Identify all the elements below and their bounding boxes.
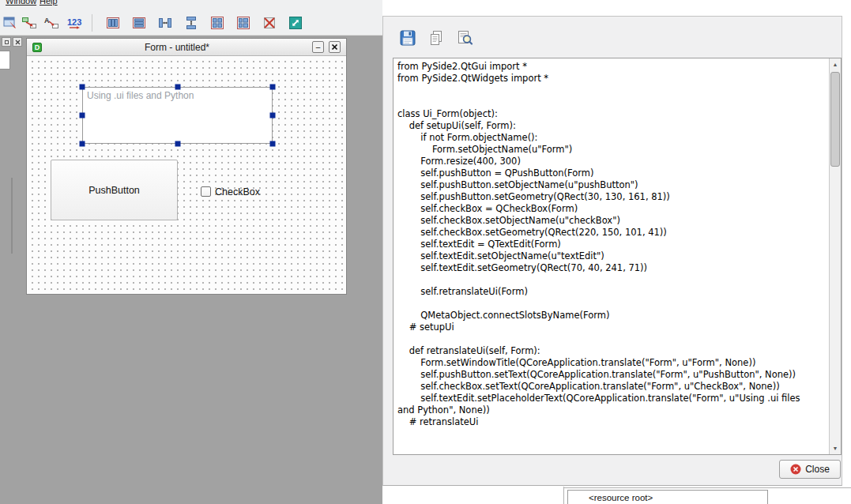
lay-out-vertically-button[interactable] — [129, 13, 149, 33]
code-preview-dialog: from PySide2.QtGui import * from PySide2… — [382, 16, 842, 486]
scrollbar-thumb[interactable] — [830, 72, 840, 167]
restore-icon — [5, 40, 9, 44]
designer-form-icon: D — [32, 43, 42, 52]
close-circle-icon — [790, 464, 801, 475]
lay-out-form-button[interactable] — [233, 13, 254, 33]
edit-signals-slots-button[interactable] — [19, 13, 40, 33]
dock-close-button[interactable] — [13, 37, 22, 47]
close-icon — [331, 43, 338, 51]
dialog-close-button[interactable]: Close — [779, 460, 841, 479]
selection-handle[interactable] — [80, 141, 85, 147]
edit-buddies-icon: A — [43, 15, 59, 31]
selection-handle[interactable] — [270, 113, 276, 118]
print-preview-button[interactable] — [454, 28, 475, 48]
textedit-widget[interactable]: Using .ui files and Python — [82, 87, 273, 144]
lay-out-splitter-horizontal-button[interactable] — [155, 13, 175, 33]
selection-handle[interactable] — [270, 141, 276, 147]
lay-out-vertically-icon — [131, 15, 147, 31]
textedit-placeholder: Using .ui files and Python — [87, 90, 194, 101]
selection-handle[interactable] — [80, 113, 85, 118]
form-window-title: Form - untitled* — [42, 42, 312, 53]
resource-browser-panel: <resource root> — [567, 490, 768, 504]
copy-icon — [427, 29, 445, 47]
form-designer-window: D Form - untitled* – Using .ui files and… — [26, 38, 347, 295]
lay-out-horizontally-button[interactable] — [103, 13, 123, 33]
form-canvas[interactable]: Using .ui files and Python PushButton Ch… — [27, 56, 346, 294]
pushbutton-widget[interactable]: PushButton — [51, 160, 178, 220]
selection-handle[interactable] — [270, 85, 276, 90]
resource-root-item[interactable]: <resource root> — [568, 491, 767, 502]
checkbox-label: CheckBox — [215, 186, 260, 197]
toolbar-separator — [92, 14, 92, 32]
dock-separator-horizontal — [563, 487, 851, 488]
lay-out-grid-icon — [209, 15, 225, 31]
save-button[interactable] — [397, 28, 418, 48]
edit-buddies-button[interactable]: A — [41, 13, 62, 33]
menu-window[interactable]: Window — [6, 0, 36, 6]
mdi-workspace: D Form - untitled* – Using .ui files and… — [0, 36, 382, 504]
checkbox-indicator[interactable] — [201, 186, 211, 197]
dock-float-button[interactable] — [2, 37, 11, 47]
break-layout-icon — [262, 15, 277, 31]
dock-separator-vertical[interactable] — [563, 487, 564, 504]
print-preview-icon — [456, 29, 474, 47]
code-dialog-toolbar — [397, 28, 475, 48]
lay-out-splitter-horizontal-icon — [157, 15, 173, 31]
generated-code-view[interactable]: from PySide2.QtGui import * from PySide2… — [393, 58, 842, 455]
edit-tab-order-button[interactable]: 123 — [65, 13, 85, 33]
left-panel-scrollbar[interactable] — [11, 178, 13, 254]
lay-out-form-icon — [235, 15, 251, 31]
python-code-text[interactable]: from PySide2.QtGui import * from PySide2… — [393, 58, 828, 431]
selection-handle[interactable] — [175, 141, 180, 147]
checkbox-widget[interactable]: CheckBox — [201, 175, 281, 208]
copy-button[interactable] — [426, 28, 446, 48]
lay-out-grid-button[interactable] — [207, 13, 228, 33]
edit-tab-order-icon: 123 — [66, 15, 84, 31]
lay-out-splitter-vertical-button[interactable] — [181, 13, 201, 33]
svg-text:123: 123 — [67, 17, 81, 27]
adjust-size-icon — [288, 15, 303, 31]
lay-out-splitter-vertical-icon — [183, 15, 199, 31]
close-button[interactable] — [329, 41, 341, 53]
close-button-label: Close — [805, 464, 830, 475]
adjust-size-button[interactable] — [285, 13, 306, 33]
scroll-down-arrow[interactable]: ▼ — [830, 442, 841, 454]
edit-signals-slots-icon — [21, 15, 37, 31]
scroll-up-arrow[interactable]: ▲ — [830, 58, 841, 70]
selection-handle[interactable] — [80, 85, 85, 90]
minimize-button[interactable]: – — [312, 41, 324, 53]
edit-widgets-button[interactable] — [0, 13, 21, 33]
widget-box-filter-input[interactable] — [0, 51, 10, 70]
save-icon — [399, 29, 416, 47]
close-icon — [15, 39, 21, 45]
main-toolbar: A 123 — [0, 10, 382, 36]
edit-widgets-icon — [2, 15, 18, 31]
selection-handle[interactable] — [175, 85, 180, 90]
lay-out-horizontally-icon — [105, 15, 121, 31]
qt-designer-app: Window Help A — [0, 0, 851, 504]
code-scrollbar[interactable]: ▲ ▼ — [829, 58, 841, 454]
menu-help[interactable]: Help — [40, 0, 58, 6]
svg-text:A: A — [44, 17, 50, 24]
break-layout-button[interactable] — [259, 13, 280, 33]
menubar: Window Help — [0, 0, 382, 10]
form-titlebar[interactable]: D Form - untitled* – — [27, 39, 346, 56]
